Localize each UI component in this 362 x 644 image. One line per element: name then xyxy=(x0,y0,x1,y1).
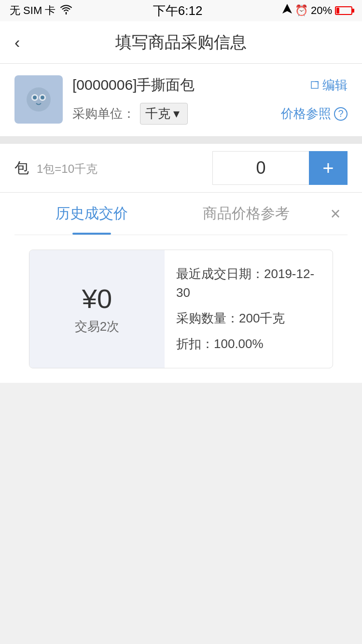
price-amount: ¥0 xyxy=(82,283,112,314)
price-discount-row: 折扣：100.00% xyxy=(176,335,321,353)
alarm-icon: ⏰ xyxy=(295,4,308,17)
back-button[interactable]: ‹ xyxy=(14,33,20,52)
location-icon xyxy=(282,4,292,17)
price-ref-label: 价格参照 xyxy=(281,105,331,122)
carrier-text: 无 SIM 卡 xyxy=(10,3,56,18)
qty-input-group: 0 + xyxy=(212,151,348,185)
svg-marker-0 xyxy=(282,4,292,14)
svg-point-4 xyxy=(33,96,37,99)
qty-plus-button[interactable]: + xyxy=(309,151,348,185)
price-qty-label: 采购数量： xyxy=(176,311,239,325)
tab-active-underline xyxy=(72,233,111,235)
qty-unit: 包 xyxy=(14,158,29,178)
product-section: [0000006]手撕面包 编辑 采购单位： 千克 ▾ xyxy=(0,64,362,136)
product-unit-row: 采购单位： 千克 ▾ 价格参照 ? xyxy=(72,103,348,125)
product-thumbnail xyxy=(14,75,63,124)
unit-label: 采购单位： 千克 ▾ xyxy=(72,103,188,125)
edit-label: 编辑 xyxy=(322,77,348,94)
qty-label-group: 包 1包=10千克 xyxy=(14,158,97,178)
status-left: 无 SIM 卡 xyxy=(10,3,73,18)
price-card-wrapper: ¥0 交易2次 最近成交日期：2019-12-30 采购数量：200千克 折扣：… xyxy=(14,235,348,383)
content-area xyxy=(0,383,362,644)
price-trades: 交易2次 xyxy=(75,318,119,335)
qty-input[interactable]: 0 xyxy=(212,151,309,185)
product-name: [0000006]手撕面包 xyxy=(72,75,195,95)
tab-section: 历史成交价 商品价格参考 × ¥0 交易2次 最近成交日期：2019-12-30… xyxy=(0,193,362,383)
quantity-section: 包 1包=10千克 0 + xyxy=(0,144,362,192)
product-name-row: [0000006]手撕面包 编辑 xyxy=(72,75,348,95)
price-discount-value: 100.00% xyxy=(214,336,264,351)
svg-rect-6 xyxy=(311,82,318,88)
status-right: ⏰ 20% xyxy=(282,4,352,17)
header: ‹ 填写商品采购信息 xyxy=(0,21,362,64)
page-title: 填写商品采购信息 xyxy=(115,31,247,54)
question-icon: ? xyxy=(334,107,348,121)
svg-point-5 xyxy=(41,96,44,99)
status-bar: 无 SIM 卡 下午6:12 ⏰ 20% xyxy=(0,0,362,21)
price-qty-value: 200千克 xyxy=(239,311,285,325)
price-card: ¥0 交易2次 最近成交日期：2019-12-30 采购数量：200千克 折扣：… xyxy=(29,250,333,368)
price-date-row: 最近成交日期：2019-12-30 xyxy=(176,265,321,302)
unit-select[interactable]: 千克 ▾ xyxy=(140,103,188,125)
price-discount-label: 折扣： xyxy=(176,336,214,351)
tab-price-ref[interactable]: 商品价格参考 xyxy=(169,193,323,235)
battery-icon xyxy=(335,6,352,15)
tab-close-button[interactable]: × xyxy=(323,202,348,226)
unit-value: 千克 xyxy=(145,105,170,122)
product-info: [0000006]手撕面包 编辑 采购单位： 千克 ▾ xyxy=(72,75,348,125)
thick-divider xyxy=(0,136,362,144)
qty-hint: 1包=10千克 xyxy=(37,161,97,177)
svg-point-1 xyxy=(27,87,51,112)
tabs-row: 历史成交价 商品价格参考 × xyxy=(14,193,348,235)
price-card-right: 最近成交日期：2019-12-30 采购数量：200千克 折扣：100.00% xyxy=(165,250,333,368)
status-time: 下午6:12 xyxy=(153,2,203,19)
qty-value: 0 xyxy=(256,158,265,178)
price-qty-row: 采购数量：200千克 xyxy=(176,309,321,328)
tab-history-price-label: 历史成交价 xyxy=(56,204,128,224)
edit-link[interactable]: 编辑 xyxy=(310,77,348,94)
tab-history-price[interactable]: 历史成交价 xyxy=(14,193,169,235)
price-card-left: ¥0 交易2次 xyxy=(29,250,165,368)
tab-price-ref-label: 商品价格参考 xyxy=(203,204,290,224)
price-ref-button[interactable]: 价格参照 ? xyxy=(281,105,348,122)
price-date-label: 最近成交日期： xyxy=(176,266,264,281)
dropdown-arrow-icon: ▾ xyxy=(173,106,180,121)
wifi-icon xyxy=(59,4,73,17)
product-row: [0000006]手撕面包 编辑 采购单位： 千克 ▾ xyxy=(14,75,348,125)
battery-pct: 20% xyxy=(311,4,332,17)
